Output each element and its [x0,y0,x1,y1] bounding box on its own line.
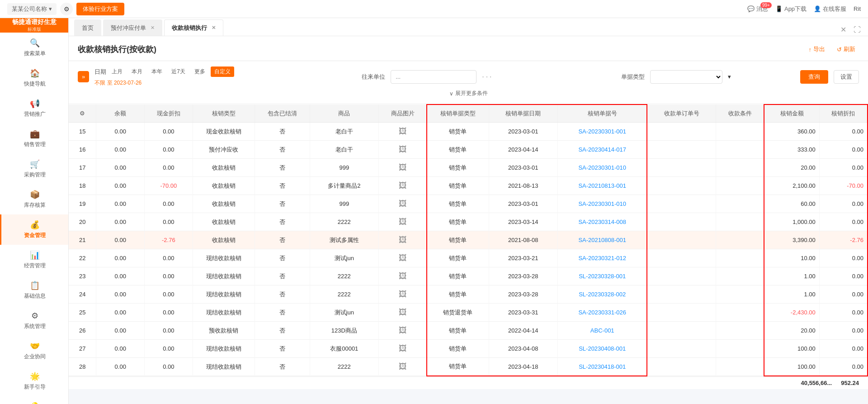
col-header-verify-voucher-type: 核销单据类型 [427,105,489,123]
cell-verify-date: 2021-08-08 [489,231,557,249]
cell-verify-no: SA-20210813-001 [557,177,647,195]
sidebar-item-sales[interactable]: 💼 销售管理 [0,124,68,154]
cell-row-num: 25 [69,304,96,322]
sidebar-item-search[interactable]: 🔍 搜索菜单 [0,33,68,63]
verify-no-link[interactable]: SA-20210808-001 [578,237,626,243]
tab-home[interactable]: 首页 [74,19,101,36]
sidebar-item-management[interactable]: 📊 经营管理 [0,245,68,275]
service-icon: 👤 [814,5,821,12]
cell-cash-discount: 0.00 [145,285,193,304]
cell-collect-condition [716,141,764,159]
close-window-button[interactable]: ✕ [839,24,848,36]
cell-collect-condition [716,322,764,340]
verify-no-link[interactable]: SA-20230314-008 [578,219,626,225]
table-wrapper: ⚙ 余额 现金折扣 核销类型 包含已结清 商品 商品图片 核销单据类型 核销单据… [69,104,868,389]
table-row: 23 0.00 0.00 现结收款核销 否 2222 🖼 销货单 2023-03… [69,267,868,285]
verify-no-link[interactable]: SL-20230328-001 [579,273,626,280]
online-service-button[interactable]: 👤 在线客服 [814,5,846,13]
sidebar-item-marketing[interactable]: 📢 营销推广 [0,93,68,124]
tab-collection[interactable]: 收款核销执行 ✕ [164,19,223,36]
cell-verify-amount: 20.00 [764,322,819,340]
verify-no-link[interactable]: SL-20230328-002 [579,291,626,298]
verify-no-link[interactable]: SA-20230321-012 [578,255,626,261]
verify-no-link[interactable]: SA-20230414-017 [578,146,626,153]
cell-collect-order [647,340,716,358]
tab-prepay[interactable]: 预付冲应付单 ✕ [103,19,162,36]
filter-expand-arrow-button[interactable]: » [78,71,89,82]
cell-goods-img: 🖼 [378,249,427,267]
verify-no-link[interactable]: ABC-001 [590,327,614,334]
tab-collection-label: 收款核销执行 [172,24,207,32]
col-header-collect-condition: 收款条件 [716,105,764,123]
cell-verify-discount: -2.76 [819,231,868,249]
col-header-verify-date: 核销单据日期 [489,105,557,123]
partner-input[interactable] [391,70,476,84]
table-row: 22 0.00 0.00 现结收款核销 否 测试jun 🖼 销货单 2023-0… [69,249,868,267]
sidebar-item-inventory[interactable]: 📦 库存核算 [0,184,68,214]
date-btn-7days[interactable]: 近7天 [168,67,189,77]
sidebar-item-purchase[interactable]: 🛒 采购管理 [0,154,68,184]
sidebar-item-finance[interactable]: 💰 资金管理 [0,214,68,245]
voucher-type-label: 单据类型 [621,73,645,81]
sidebar-item-system[interactable]: ⚙ 系统管理 [0,305,68,336]
cell-collect-condition [716,304,764,322]
verify-no-link[interactable]: SA-20230301-010 [578,164,626,171]
export-icon: ↑ [809,46,812,53]
cell-include-cleared: 否 [255,304,310,322]
sidebar-label-system: 系统管理 [24,323,46,330]
cell-cash-discount: 0.00 [145,141,193,159]
sidebar-item-enterprise[interactable]: 🤝 企业协同 [0,336,68,366]
cell-collect-condition [716,285,764,304]
sidebar-item-basic[interactable]: 📋 基础信息 [0,275,68,305]
date-btn-this-year[interactable]: 本年 [148,67,166,77]
page-header: 收款核销执行(按收款) ↑ 导出 ↺ 刷新 [69,36,868,61]
company-selector[interactable]: 某某公司名称 ▾ [7,3,57,15]
message-button[interactable]: 💬 消息 99+ [747,5,768,13]
cell-verify-type: 现结收款核销 [193,267,255,285]
cell-verify-discount: 0.00 [819,322,868,340]
expand-more-filters-button[interactable]: ∨ 展开更多条件 [449,90,488,97]
cell-collect-condition [716,358,764,376]
table-totals-row: 40,556,66... 952.24 [69,376,868,389]
column-settings-button[interactable]: 设置 [834,70,859,84]
user-label: Rit [854,5,861,12]
sidebar-item-newbie[interactable]: 🌟 新手引导 [0,366,68,396]
cell-verify-no: SA-20230301-010 [557,195,647,213]
table-container[interactable]: ⚙ 余额 现金折扣 核销类型 包含已结清 商品 商品图片 核销单据类型 核销单据… [69,104,868,376]
cell-verify-no: ABC-001 [557,322,647,340]
verify-no-link[interactable]: SA-20230301-001 [578,128,626,135]
sidebar-label-inventory: 库存核算 [24,201,46,209]
cell-balance: 0.00 [96,358,145,376]
cell-collect-order [647,177,716,195]
date-btn-custom[interactable]: 自定义 [211,67,234,77]
cell-cash-discount: 0.00 [145,322,193,340]
tab-prepay-close[interactable]: ✕ [151,25,155,31]
cell-balance: 0.00 [96,213,145,231]
app-download-button[interactable]: 📱 App下载 [775,5,807,13]
sidebar-item-quicknav[interactable]: 🏠 快捷导航 [0,63,68,93]
cell-collect-order [647,267,716,285]
export-button[interactable]: ↑ 导出 [805,43,829,55]
cell-verify-no: SA-20230321-012 [557,249,647,267]
query-button[interactable]: 查询 [800,70,828,84]
voucher-type-select[interactable] [650,70,722,84]
verify-no-link[interactable]: SA-20230331-026 [578,309,626,316]
maximize-button[interactable]: ⛶ [852,24,863,36]
date-btn-this-month[interactable]: 本月 [128,67,146,77]
user-info[interactable]: Rit [854,5,861,12]
verify-no-link[interactable]: SA-20230301-010 [578,200,626,207]
main-layout: 畅捷通谱好生意 标准版 🔍 搜索菜单 🏠 快捷导航 📢 营销推广 💼 销售管理 … [0,18,868,404]
verify-no-link[interactable]: SL-20230418-001 [579,363,626,370]
col-header-goods: 商品 [310,105,378,123]
industry-solution-button[interactable]: 体验行业方案 [76,3,124,15]
verify-no-link[interactable]: SL-20230408-001 [579,345,626,352]
refresh-button[interactable]: ↺ 刷新 [833,43,859,55]
date-btn-last-month[interactable]: 上月 [108,67,126,77]
sidebar-item-smart[interactable]: 💡 智能硬件 [0,396,68,404]
date-btn-more[interactable]: 更多 [191,67,209,77]
sidebar-logo: 畅捷通谱好生意 标准版 [0,18,68,33]
settings-gear-button[interactable]: ⚙ [60,3,73,15]
tab-collection-close[interactable]: ✕ [212,25,216,31]
cell-collect-condition [716,249,764,267]
verify-no-link[interactable]: SA-20210813-001 [578,182,626,189]
